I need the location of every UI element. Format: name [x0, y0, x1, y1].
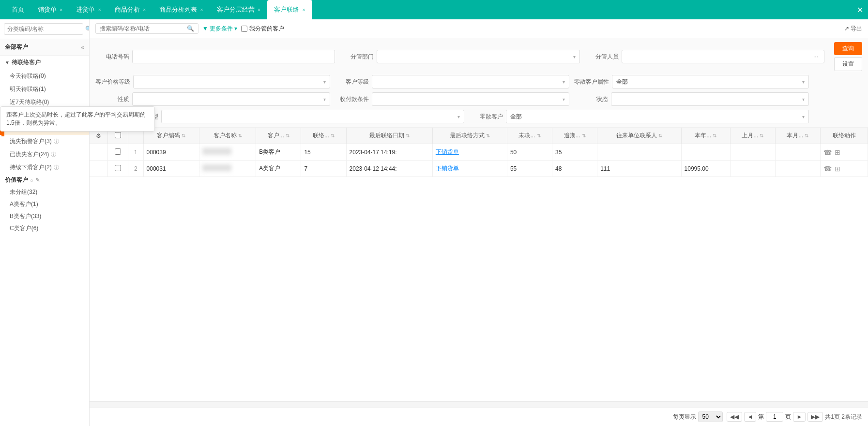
col-this-month[interactable]: 本月...⇅: [775, 128, 820, 144]
col-overdue[interactable]: 逾期...⇅: [552, 128, 597, 144]
cell-uncontacted-1: 50: [507, 144, 552, 161]
row2-checkbox[interactable]: [115, 165, 121, 171]
edit-icon[interactable]: ○: [30, 177, 33, 183]
gender-select[interactable]: ▾: [132, 92, 330, 106]
scrollbar-inner: [90, 402, 767, 402]
action-grid-2[interactable]: ⊞: [835, 165, 840, 173]
sidebar-value-b[interactable]: B类客户(33): [0, 210, 89, 222]
export-button[interactable]: ↗ 导出: [844, 25, 862, 33]
close-customer-tier[interactable]: ×: [258, 7, 260, 13]
payment-select[interactable]: ▾: [372, 92, 570, 106]
sort-thisyear-icon: ⇅: [713, 133, 716, 138]
sidebar-value-ungroup[interactable]: 未分组(32): [0, 186, 89, 198]
person-dots[interactable]: ···: [811, 53, 820, 60]
edit-pencil-icon[interactable]: ✎: [35, 177, 40, 183]
sidebar-value-c[interactable]: C类客户(6): [0, 222, 89, 235]
sidebar-group-pending[interactable]: ▼ 待联络客户: [0, 56, 89, 70]
customer-type-chevron: ▾: [457, 114, 460, 119]
select-all-checkbox[interactable]: [115, 132, 121, 138]
col-name[interactable]: 客户名称⇅: [199, 128, 256, 144]
sidebar-item-today[interactable]: 今天待联络(0): [0, 70, 89, 83]
settings-button[interactable]: 设置: [834, 57, 862, 71]
action-phone-2[interactable]: ☎: [823, 165, 832, 173]
col-last-month[interactable]: 上月...⇅: [730, 128, 775, 144]
top-navigation: 首页 销货单 × 进货单 × 商品分析 × 商品分析列表 × 客户分层经营 × …: [0, 0, 868, 19]
first-page-btn[interactable]: ◀◀: [727, 412, 742, 422]
close-product-analysis[interactable]: ×: [143, 7, 146, 13]
close-all-tabs[interactable]: ✕: [857, 5, 863, 15]
phone-input[interactable]: [132, 50, 335, 63]
retail-attr-select[interactable]: 全部 ▾: [612, 75, 809, 88]
sidebar-value-a[interactable]: A类客户(1): [0, 198, 89, 210]
sidebar-search-icon[interactable]: 🔍: [85, 26, 90, 32]
action-grid-1[interactable]: ⊞: [835, 148, 840, 156]
col-contact[interactable]: 联络...⇅: [301, 128, 346, 144]
customer-type-select[interactable]: ▾: [161, 110, 464, 123]
col-last-date[interactable]: 最后联络日期⇅: [346, 128, 432, 144]
cell-lastdate-1: 2023-04-17 14:19:: [346, 144, 432, 161]
page-size-select[interactable]: 10 20 50 100: [698, 411, 723, 422]
customer-grade-chevron: ▾: [563, 79, 565, 85]
dept-select[interactable]: ▾: [377, 50, 579, 63]
sidebar-collapse-icon[interactable]: «: [81, 44, 84, 51]
sidebar-item-declining[interactable]: 持续下滑客户(2) ⓘ: [0, 161, 89, 174]
sidebar-value-group: 价值客户 ○ ✎: [0, 174, 89, 186]
customer-grade-select[interactable]: ▾: [372, 75, 570, 88]
nav-purchase-order[interactable]: 进货单 ×: [69, 0, 107, 19]
status-select[interactable]: ▾: [611, 92, 809, 106]
action-phone-1[interactable]: ☎: [823, 148, 832, 156]
total-records: 共1页 2条记录: [825, 413, 862, 421]
nav-customer-tier[interactable]: 客户分层经营 ×: [210, 0, 267, 19]
row1-checkbox[interactable]: [115, 148, 121, 155]
page-number-input[interactable]: [766, 412, 783, 422]
prev-page-btn[interactable]: ◄: [744, 412, 757, 422]
col-uncontacted[interactable]: 未联...⇅: [507, 128, 552, 144]
cell-thismonth-1: [775, 144, 820, 161]
filter-icon: ▼: [202, 25, 208, 32]
cell-checkbox-2: [108, 161, 128, 177]
sort-type-icon: ⇅: [286, 133, 289, 138]
nav-customer-contact[interactable]: 客户联络 ×: [267, 0, 312, 19]
nav-product-analysis-list[interactable]: 商品分析列表 ×: [152, 0, 210, 19]
cell-lastmethod-1: 下销货单: [432, 144, 507, 161]
close-purchase-order[interactable]: ×: [98, 7, 101, 13]
sidebar-search-input[interactable]: [4, 23, 83, 35]
horizontal-scrollbar[interactable]: [90, 401, 868, 407]
col-type[interactable]: 客户...⇅: [256, 128, 301, 144]
last-page-btn[interactable]: ▶▶: [807, 412, 823, 422]
cell-overdue-2: 48: [552, 161, 597, 177]
link-sales-order-2[interactable]: 下销货单: [436, 165, 459, 172]
advanced-filter: 电话号码 分管部门 ▾ 分管人员 ···: [90, 38, 868, 128]
cell-settings-1: [90, 144, 108, 161]
my-customers-checkbox[interactable]: [241, 26, 247, 32]
search-input[interactable]: [100, 25, 187, 32]
triangle-icon: ▼: [5, 60, 10, 65]
sidebar-item-tomorrow[interactable]: 明天待联络(1): [0, 83, 89, 96]
next-page-btn[interactable]: ►: [793, 412, 806, 422]
main-container: 🔍 全部客户 « ▼ 待联络客户 今天待联络(0) 明天待联络(1) 近7天待联…: [0, 19, 868, 426]
price-grade-select[interactable]: ▾: [133, 75, 330, 88]
link-sales-order-1[interactable]: 下销货单: [436, 148, 459, 155]
my-customers-checkbox-area[interactable]: 我分管的客户: [241, 25, 284, 33]
cell-uncontacted-2: 55: [507, 161, 552, 177]
col-this-year[interactable]: 本年...⇅: [681, 128, 730, 144]
info-icon-declining: ⓘ: [54, 164, 59, 171]
close-customer-contact[interactable]: ×: [302, 7, 305, 13]
cell-settings-2: [90, 161, 108, 177]
col-last-method[interactable]: 最后联络方式⇅: [432, 128, 507, 144]
nav-home[interactable]: 首页: [5, 0, 31, 19]
close-product-analysis-list[interactable]: ×: [200, 7, 203, 13]
more-conditions-btn[interactable]: ▼ 更多条件 ▾: [202, 25, 237, 33]
filter-dept: 分管部门 ▾: [340, 50, 579, 63]
person-select[interactable]: ···: [622, 50, 824, 63]
col-unit-contact[interactable]: 往来单位联系人⇅: [597, 128, 681, 144]
sidebar-item-churned[interactable]: 已流失客户(24) ⓘ: [0, 148, 89, 161]
query-button[interactable]: 查询: [834, 42, 862, 55]
retail-customer-select[interactable]: 全部 ▾: [506, 110, 809, 123]
sidebar-item-churn-warning[interactable]: 流失预警客户(3) ⓘ: [0, 135, 89, 148]
page-navigation: ◀◀ ◄ 第 页 ► ▶▶ 共1页 2条记录: [727, 412, 862, 422]
cell-type-2: A类客户: [256, 161, 301, 177]
nav-product-analysis[interactable]: 商品分析 ×: [108, 0, 152, 19]
nav-sales-order[interactable]: 销货单 ×: [31, 0, 69, 19]
close-sales-order[interactable]: ×: [60, 7, 62, 13]
